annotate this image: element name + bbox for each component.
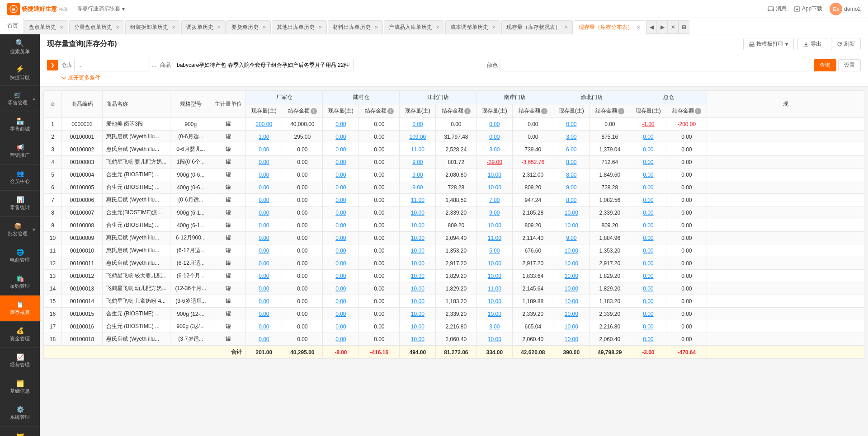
cell-yb-qty[interactable]: 10.00 [553,295,590,308]
cell-t-qty[interactable]: 0.00 [630,333,666,346]
cell-t-qty[interactable]: 0.00 [630,244,666,257]
cell-jb-qty[interactable]: 0.00 [400,118,436,131]
cell-l-qty[interactable]: 0.00 [323,156,359,169]
cell-yb-qty[interactable]: 10.00 [553,333,590,346]
cell-jb-qty[interactable]: 10.00 [400,270,436,282]
sidebar-item-operation[interactable]: 📈 经营管理 [0,348,40,374]
cell-f-qty[interactable]: 0.00 [246,206,282,219]
cell-l-qty[interactable]: 0.00 [323,232,359,244]
cell-f-qty[interactable]: 0.00 [246,282,282,295]
warehouse-picker-btn[interactable]: ... [152,62,156,68]
cell-jb-qty[interactable]: 9.00 [400,181,436,194]
app-download-btn[interactable]: App下载 [794,5,822,13]
cell-f-qty[interactable]: 1.00 [246,131,282,143]
cell-t-qty[interactable]: 0.00 [630,320,666,333]
cell-f-qty[interactable]: 0.00 [246,295,282,308]
tab-prev-btn[interactable]: ◀ [646,20,657,34]
cell-l-qty[interactable]: 0.00 [323,131,359,143]
tab-9[interactable]: 现存量（库存状况表） ✕ [501,20,573,34]
tab-0[interactable]: 盘点单历史 ✕ [24,20,68,34]
tab-8[interactable]: 成本调整单历史 ✕ [445,20,500,34]
tab-close-all-btn[interactable]: ✕ [668,20,679,34]
cell-l-qty[interactable]: 0.00 [323,295,359,308]
cell-na-qty[interactable]: 10.00 [476,257,513,270]
cell-t-qty[interactable]: 0.00 [630,169,666,181]
sidebar-item-inventory[interactable]: 📋 库存核算 [0,295,40,322]
cell-yb-qty[interactable]: 6.00 [553,143,590,156]
tab-3[interactable]: 调拨单历史 ✕ [181,20,226,34]
cell-yb-qty[interactable]: 8.00 [553,194,590,206]
cell-t-qty[interactable]: 0.00 [630,295,666,308]
cell-jb-qty[interactable]: 10.00 [400,295,436,308]
cell-t-qty[interactable]: 0.00 [630,131,666,143]
tab-close-3[interactable]: ✕ [217,25,221,30]
info-icon-3[interactable]: i [464,108,471,114]
cell-yb-qty[interactable]: 0.00 [553,118,590,131]
print-btn[interactable]: 按模板打印 ▾ [743,38,794,50]
sidebar-item-retailshop[interactable]: 🏪 零售商城 [0,112,40,138]
cell-l-qty[interactable]: 0.00 [323,282,359,295]
tab-5[interactable]: 其他出库单历史 ✕ [272,20,327,34]
sidebar-item-finance[interactable]: 💰 资金管理 [0,322,40,348]
cell-jb-qty[interactable]: 10.00 [400,308,436,320]
cell-t-qty[interactable]: -1.00 [630,118,666,131]
export-btn[interactable]: 导出 [797,38,827,50]
cell-na-qty[interactable]: 10.00 [476,270,513,282]
cell-na-qty[interactable]: 10.00 [476,169,513,181]
info-icon-1[interactable]: i [311,108,317,114]
tab-close-7[interactable]: ✕ [436,25,439,30]
query-btn[interactable]: 查询 [814,59,836,71]
cell-na-qty[interactable]: 10.00 [476,295,513,308]
cell-f-qty[interactable]: 0.00 [246,308,282,320]
cell-f-qty[interactable]: 0.00 [246,333,282,346]
gear-icon[interactable]: ⚙ [50,101,55,108]
tab-2[interactable]: 组装拆卸单历史 ✕ [125,20,180,34]
cell-na-qty[interactable]: 9.00 [476,206,513,219]
sidebar-item-purchase[interactable]: 🛍️ 采购管理 [0,269,40,295]
cell-f-qty[interactable]: 0.00 [246,320,282,333]
cell-l-qty[interactable]: 0.00 [323,333,359,346]
cell-l-qty[interactable]: 0.00 [323,320,359,333]
cell-f-qty[interactable]: 200.00 [246,118,282,131]
cell-na-qty[interactable]: 5.00 [476,244,513,257]
cell-na-qty[interactable]: -39.00 [476,156,513,169]
refresh-btn[interactable]: 刷新 [831,38,861,50]
user-avatar[interactable]: Ea demo2 [830,3,861,15]
cell-l-qty[interactable]: 0.00 [323,118,359,131]
cell-yb-qty[interactable]: 10.00 [553,320,590,333]
cell-f-qty[interactable]: 0.00 [246,181,282,194]
cell-na-qty[interactable]: 10.00 [476,333,513,346]
cell-t-qty[interactable]: 0.00 [630,194,666,206]
cell-l-qty[interactable]: 0.00 [323,143,359,156]
cell-f-qty[interactable]: 0.00 [246,232,282,244]
industry-selector[interactable]: 母婴行业演示陈套 ▾ [77,5,125,13]
filter-toggle-btn[interactable]: ❯ [47,60,58,70]
cell-jb-qty[interactable]: 9.00 [400,156,436,169]
color-input[interactable] [500,59,810,71]
cell-l-qty[interactable]: 0.00 [323,257,359,270]
cell-yb-qty[interactable]: 10.00 [553,244,590,257]
info-icon-6[interactable]: i [695,108,701,114]
tab-close-0[interactable]: ✕ [60,25,63,30]
cell-jb-qty[interactable]: 10.00 [400,219,436,232]
tab-expand-btn[interactable]: ⊞ [679,20,689,34]
sidebar-item-retailstats[interactable]: 📊 零售统计 [0,191,40,217]
cell-t-qty[interactable]: 0.00 [630,156,666,169]
cell-jb-qty[interactable]: 10.00 [400,257,436,270]
cell-jb-qty[interactable]: 11.00 [400,143,436,156]
cell-t-qty[interactable]: 0.00 [630,206,666,219]
cell-l-qty[interactable]: 0.00 [323,219,359,232]
sidebar-item-search[interactable]: 🔍 搜索英单 [0,34,40,60]
settings-btn[interactable]: 设置 [838,59,861,71]
cell-f-qty[interactable]: 0.00 [246,169,282,181]
cell-yb-qty[interactable]: 8.00 [553,169,590,181]
expand-conditions-btn[interactable]: 展开更多条件 [61,74,861,82]
cell-jb-qty[interactable]: 10.00 [400,206,436,219]
cell-jb-qty[interactable]: 109.00 [400,131,436,143]
cell-na-qty[interactable]: 0.00 [476,118,513,131]
sidebar-item-collab[interactable]: 🤝 企业协同 [0,427,40,436]
cell-t-qty[interactable]: 0.00 [630,270,666,282]
tab-close-8[interactable]: ✕ [492,25,495,30]
sidebar-item-system[interactable]: ⚙️ 系统管理 [0,400,40,427]
cell-yb-qty[interactable]: 10.00 [553,282,590,295]
